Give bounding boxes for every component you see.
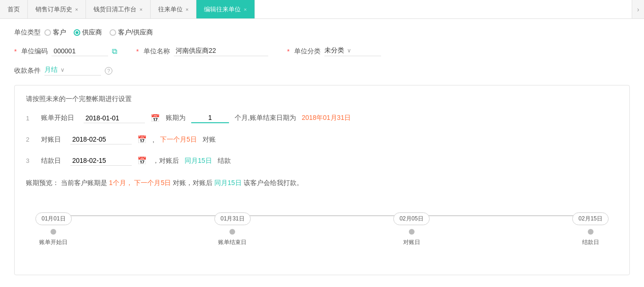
node-label-1: 账单开始日 <box>39 238 68 246</box>
unit-info-row: * 单位编码 ⧉ * 单位名称 * 单位分类 未分类 ∨ <box>14 46 630 56</box>
radio-both[interactable]: 客户/供应商 <box>110 28 153 37</box>
reconcile-suffix: 对账 <box>203 135 216 144</box>
payment-terms-field: 收款条件 月结 ∨ ? <box>14 66 112 76</box>
preview-payment: 同月15日 <box>214 179 242 186</box>
unit-type-row: 单位类型 客户 供应商 客户/供应商 <box>14 28 630 37</box>
timeline-node-3: 02月05日 对账日 <box>393 212 430 246</box>
tab-home[interactable]: 首页 <box>0 0 28 18</box>
panel-title: 请按照未来的一个完整帐期进行设置 <box>26 95 618 103</box>
row-num-2: 2 <box>26 136 35 143</box>
radio-supplier-circle <box>74 29 80 36</box>
end-date-highlight: 2018年01月31日 <box>302 114 351 122</box>
row-num-3: 3 <box>26 157 35 164</box>
node-label-3: 对账日 <box>403 238 420 246</box>
required-star-3: * <box>287 48 289 55</box>
calendar-icon-1[interactable]: 📅 <box>151 114 160 123</box>
radio-customer[interactable]: 客户 <box>44 28 66 37</box>
tab-scroll-arrow[interactable]: › <box>632 0 644 18</box>
preview-reconcile: 下一个月5日 <box>134 179 171 186</box>
period-label: 账期为 <box>166 114 186 122</box>
close-icon[interactable]: × <box>75 7 78 12</box>
tab-edit-partner-unit[interactable]: 编辑往来单位 × <box>196 0 254 18</box>
required-star-2: * <box>136 48 138 55</box>
payment-date-label: 结款日 <box>41 157 61 165</box>
unit-category-dropdown[interactable]: 未分类 ∨ <box>324 46 381 56</box>
tab-cash-clearing-label: 钱货日清工作台 <box>93 5 136 14</box>
calendar-icon-2[interactable]: 📅 <box>137 135 147 144</box>
close-icon[interactable]: × <box>186 7 188 12</box>
node-circle-1 <box>51 229 56 235</box>
unit-code-label: 单位编码 <box>21 47 48 56</box>
settings-panel: 请按照未来的一个完整帐期进行设置 1 账单开始日 📅 账期为 个月,账单结束日期… <box>14 85 630 275</box>
unit-category-value: 未分类 <box>324 46 344 55</box>
timeline-node-2: 01月31日 账单结束日 <box>214 212 251 246</box>
close-icon[interactable]: × <box>244 7 246 12</box>
payment-suffix: 结款 <box>218 157 231 165</box>
preview-1month: 1个月， <box>109 179 133 186</box>
setting-row-2: 2 对账日 📅 , 下一个月5日 对账 <box>26 135 618 144</box>
tab-sales-order-label: 销售订单历史 <box>35 5 72 14</box>
payment-terms-row: 收款条件 月结 ∨ ? <box>14 66 630 76</box>
main-content: 单位类型 客户 供应商 客户/供应商 * 单位编码 <box>0 19 644 287</box>
unit-name-label: 单位名称 <box>144 47 170 56</box>
unit-code-input[interactable] <box>51 46 108 56</box>
unit-category-field: * 单位分类 未分类 ∨ <box>287 46 381 56</box>
setting-row-3: 3 结款日 📅 ，对账后 同月15日 结款 <box>26 156 618 166</box>
row-num-1: 1 <box>26 115 35 122</box>
setting-row-1: 1 账单开始日 📅 账期为 个月,账单结束日期为 2018年01月31日 <box>26 113 618 123</box>
tab-bar: 首页 销售订单历史 × 钱货日清工作台 × 往来单位 × 编辑往来单位 × › <box>0 0 644 19</box>
tab-cash-clearing[interactable]: 钱货日清工作台 × <box>86 0 150 18</box>
node-badge-1: 01月01日 <box>35 212 72 225</box>
help-icon[interactable]: ? <box>105 67 112 75</box>
tab-partner-unit[interactable]: 往来单位 × <box>151 0 196 18</box>
timeline-node-1: 01月01日 账单开始日 <box>35 212 72 246</box>
node-badge-2: 01月31日 <box>214 212 251 225</box>
radio-supplier[interactable]: 供应商 <box>74 28 102 37</box>
month-suffix: 个月,账单结束日期为 <box>235 114 296 122</box>
node-label-2: 账单结束日 <box>218 238 246 246</box>
radio-customer-circle <box>44 29 51 36</box>
node-circle-4 <box>588 229 593 235</box>
node-circle-2 <box>229 229 235 235</box>
reconcile-label: 对账日 <box>41 135 61 144</box>
chevron-down-icon-2: ∨ <box>60 67 65 73</box>
calendar-icon-3[interactable]: 📅 <box>137 156 147 165</box>
radio-supplier-label: 供应商 <box>82 28 102 37</box>
copy-icon[interactable]: ⧉ <box>112 47 117 56</box>
month-input[interactable] <box>191 113 229 123</box>
required-star: * <box>14 48 17 55</box>
radio-group: 客户 供应商 客户/供应商 <box>44 28 153 37</box>
reconcile-date-highlight: 下一个月5日 <box>160 135 197 144</box>
preview-suffix: 该客户会给我打款。 <box>244 179 303 186</box>
tab-partner-unit-label: 往来单位 <box>158 5 183 14</box>
radio-both-label: 客户/供应商 <box>118 28 153 37</box>
preview-prefix: 当前客户账期是 <box>61 179 107 186</box>
preview-text: 账期预览： 当前客户账期是 1个月， 下一个月5日 对账，对账后 同月15日 该… <box>26 177 618 189</box>
tab-home-label: 首页 <box>8 5 20 14</box>
unit-name-input[interactable] <box>174 46 268 56</box>
radio-both-circle <box>110 29 116 36</box>
reconcile-date-input[interactable] <box>70 135 132 144</box>
node-badge-3: 02月05日 <box>393 212 430 225</box>
node-badge-4: 02月15日 <box>572 212 609 225</box>
timeline-node-4: 02月15日 结款日 <box>572 212 609 246</box>
payment-date-input[interactable] <box>70 156 132 166</box>
timeline: 01月01日 账单开始日 01月31日 账单结束日 02月05日 对账日 <box>26 198 618 265</box>
unit-name-field: * 单位名称 <box>136 46 268 56</box>
payment-terms-label: 收款条件 <box>14 67 41 75</box>
unit-type-field: 单位类型 客户 供应商 客户/供应商 <box>14 28 153 37</box>
tab-edit-partner-unit-label: 编辑往来单位 <box>204 5 241 14</box>
close-icon[interactable]: × <box>139 7 142 12</box>
reconcile-prefix: , <box>153 136 154 144</box>
start-date-input[interactable] <box>84 113 145 123</box>
payment-terms-dropdown[interactable]: 月结 ∨ <box>44 66 101 76</box>
payment-date-highlight: 同月15日 <box>185 157 212 165</box>
node-circle-3 <box>409 229 415 235</box>
radio-customer-label: 客户 <box>53 28 66 37</box>
tab-sales-order[interactable]: 销售订单历史 × <box>28 0 86 18</box>
preview-middle: 对账，对账后 <box>173 179 212 186</box>
payment-prefix: ，对账后 <box>153 157 179 165</box>
preview-label: 账期预览： <box>26 179 59 186</box>
unit-type-label: 单位类型 <box>14 28 41 37</box>
timeline-nodes: 01月01日 账单开始日 01月31日 账单结束日 02月05日 对账日 <box>35 212 609 246</box>
